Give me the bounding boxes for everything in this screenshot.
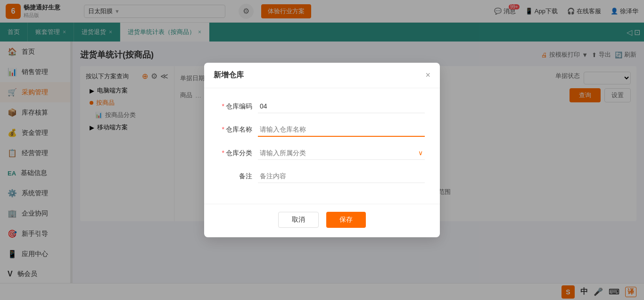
name-label: 仓库名称	[219, 125, 252, 134]
modal-header: 新增仓库 ×	[204, 63, 440, 88]
modal-close-icon[interactable]: ×	[425, 70, 430, 80]
code-label: 仓库编码	[219, 102, 252, 111]
save-button[interactable]: 保存	[326, 212, 366, 228]
modal-footer: 取消 保存	[204, 204, 440, 237]
name-input[interactable]	[258, 123, 425, 137]
cancel-button[interactable]: 取消	[278, 212, 319, 228]
form-row-name: 仓库名称	[219, 123, 425, 137]
form-row-code: 仓库编码	[219, 100, 425, 113]
category-input[interactable]	[260, 149, 418, 157]
category-dropdown-icon: ∨	[418, 149, 423, 157]
add-warehouse-modal: 新增仓库 × 仓库编码 仓库名称 仓库分类 ∨	[204, 63, 440, 237]
form-row-remark: 备注	[219, 169, 425, 183]
form-row-category: 仓库分类 ∨	[219, 146, 425, 160]
modal-overlay[interactable]: 新增仓库 × 仓库编码 仓库名称 仓库分类 ∨	[0, 0, 644, 300]
modal-body: 仓库编码 仓库名称 仓库分类 ∨ 备注	[204, 88, 440, 204]
modal-title: 新增仓库	[214, 70, 244, 80]
remark-label: 备注	[219, 172, 252, 181]
category-label: 仓库分类	[219, 149, 252, 158]
remark-input[interactable]	[258, 169, 425, 183]
category-select-wrapper[interactable]: ∨	[258, 146, 425, 160]
code-input[interactable]	[258, 100, 425, 113]
